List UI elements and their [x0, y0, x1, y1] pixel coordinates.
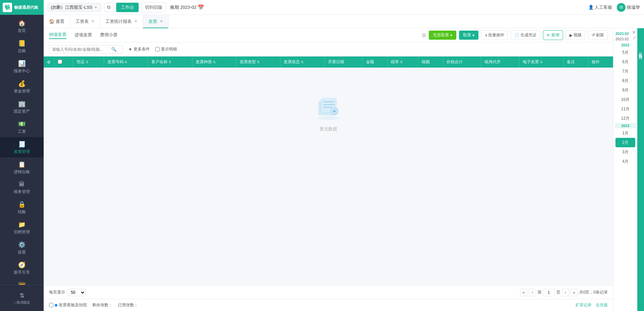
tab-invoice[interactable]: 发票 ✕	[143, 15, 169, 28]
sidebar-label-tax: 税务管理	[14, 189, 30, 195]
tab-invoice-label: 发票	[148, 18, 157, 25]
cal-month-2022-11月[interactable]: 11月	[613, 104, 637, 114]
last-page-button[interactable]: »	[570, 289, 578, 296]
cal-month-2023-1月[interactable]: 1月	[613, 128, 637, 138]
tab-wage-close-icon[interactable]: ✕	[91, 19, 94, 24]
subtab-sales-invoice[interactable]: 销项发票	[49, 32, 66, 39]
total-text: 共0页，0条记录	[579, 289, 608, 295]
show-detail-checkbox[interactable]: 显示明细	[155, 46, 177, 52]
sidebar-item-invoices[interactable]: 🧾发票管理	[0, 137, 44, 157]
grid-view-icon[interactable]: ⊞	[422, 32, 426, 38]
cal-month-2022-9月[interactable]: 9月	[613, 85, 637, 95]
cal-date-label-2: 2023.02	[615, 37, 629, 41]
sort-customer-icon: ⇅	[169, 60, 171, 64]
th-invoice-status[interactable]: 发票状态 ⇅	[280, 56, 324, 68]
sidebar-item-guide[interactable]: 🧭新手引导	[0, 258, 44, 278]
copy-button[interactable]: ⧉	[104, 3, 113, 12]
th-checkbox[interactable]	[54, 56, 73, 68]
th-voucher[interactable]: 凭证 ⇅	[73, 56, 104, 68]
sales-icon: 📋	[18, 161, 26, 168]
per-page-select[interactable]: 50 20 100	[67, 289, 86, 296]
sidebar-item-home[interactable]: 🏠首页	[0, 16, 44, 36]
tab-wage-stat-close-icon[interactable]: ✕	[134, 19, 137, 24]
tabbar: 🏠 首页 工资表 ✕ 工资统计报表 ✕ 发票 ✕	[44, 15, 644, 28]
batch-label: 批量操作	[488, 32, 504, 38]
guide-icon: 🧭	[18, 261, 26, 269]
sidebar-item-vip[interactable]: 👑畅会员	[0, 278, 44, 285]
cal-month-2023-3月[interactable]: 3月	[613, 147, 637, 157]
th-invoice-type[interactable]: 发票种类 ⇅	[192, 56, 236, 68]
calendar-close-icon[interactable]: ✕	[632, 30, 636, 35]
upgrade-link[interactable]: 扩容记录	[576, 302, 592, 308]
period-calendar-icon[interactable]: 📅	[198, 4, 204, 10]
th-settings[interactable]: ⚙	[44, 56, 54, 68]
sidebar-item-reports[interactable]: 📊报表中心	[0, 56, 44, 77]
sidebar-item-archive[interactable]: 📁归档管理	[0, 218, 44, 238]
th-e-invoice[interactable]: 电子发票 ⇅	[519, 56, 563, 68]
cal-month-2023-2月[interactable]: 2月	[615, 138, 635, 147]
invoice-table: ⚙ 凭证 ⇅ 发票号码 ⇅ 客户名称 ⇅ 发票种类 ⇅ 发票类型 ⇅ 发票状态 …	[44, 56, 613, 159]
sidebar-item-funds[interactable]: 💰资金管理	[0, 77, 44, 97]
prev-page-button[interactable]: ‹	[529, 289, 536, 296]
support-button[interactable]: 👤 人工客服	[588, 4, 612, 10]
tab-wage-table[interactable]: 工资表 ✕	[70, 15, 100, 28]
sidebar-item-pin[interactable]: ⇅ ↑↓取消固定	[0, 288, 44, 308]
period-label: 账期	[170, 4, 179, 10]
page-input[interactable]	[543, 289, 555, 296]
user-menu[interactable]: 徐 徐溢华	[617, 3, 640, 12]
tab-wage-stat[interactable]: 工资统计报表 ✕	[100, 15, 143, 28]
company-selector[interactable]: (勿删）江西股宝-LSS ▾	[48, 3, 101, 12]
sidebar-item-tax[interactable]: 🏛税务管理	[0, 178, 44, 197]
subtab-expense-receipt[interactable]: 费用小票	[100, 32, 118, 39]
logo-icon: 畅	[3, 3, 12, 12]
calendar-expand-icon[interactable]: ⤢	[633, 36, 636, 40]
video-icon: ▶	[569, 33, 572, 38]
sidebar-label-home: 首页	[18, 28, 26, 34]
th-invoice-no[interactable]: 发票号码 ⇅	[104, 56, 148, 68]
refresh-button[interactable]: ↺ 刷新	[588, 30, 608, 40]
oldver-button[interactable]: 切到旧版	[141, 2, 166, 12]
cal-month-2022-5月[interactable]: 5月	[613, 48, 637, 57]
filter-button[interactable]: ▼ 更多条件	[126, 45, 152, 53]
check-invoice-checkbox[interactable]	[49, 303, 53, 307]
cal-month-2022-6月[interactable]: 6月	[613, 57, 637, 67]
tab-home[interactable]: 🏠 首页	[44, 15, 70, 28]
refresh-label: 刷新	[596, 33, 604, 37]
cal-month-2023-4月[interactable]: 4月	[613, 157, 637, 166]
select-all-checkbox[interactable]	[58, 60, 62, 64]
cal-month-2022-7月[interactable]: 7月	[613, 67, 637, 76]
sidebar-item-ledger[interactable]: 📒总账	[0, 36, 44, 56]
voucher-button[interactable]: 📄 生成凭证	[511, 30, 540, 40]
cal-month-2022-10月[interactable]: 10月	[613, 95, 637, 104]
new-button[interactable]: ⊕ 新增	[543, 30, 563, 40]
search-toolbar: 🔍 ▼ 更多条件 显示明细	[44, 42, 613, 56]
th-tax-total: 价税合计	[443, 56, 481, 68]
workspace-button[interactable]: 工作台	[116, 3, 139, 12]
notax-button[interactable]: 无息取票 ▾	[429, 31, 456, 40]
th-invoice-category[interactable]: 发票类型 ⇅	[236, 56, 280, 68]
sidebar-item-settings[interactable]: ⚙️设置	[0, 238, 44, 258]
cal-month-2022-8月[interactable]: 8月	[613, 76, 637, 85]
recharge-link[interactable]: 去充值	[596, 302, 608, 308]
search-input[interactable]	[52, 47, 109, 52]
next-page-button[interactable]: ›	[562, 289, 569, 296]
sidebar-item-closing[interactable]: 🔒结账	[0, 197, 44, 218]
cal-month-2022-12月[interactable]: 12月	[613, 114, 637, 123]
home-icon: 🏠	[49, 19, 54, 24]
open-period-strip[interactable]: 开账日期	[637, 28, 644, 311]
search-icon[interactable]: 🔍	[111, 47, 117, 52]
th-tax-rate[interactable]: 税率 ⇅	[387, 56, 418, 68]
qukuan-button[interactable]: 取票 ▾	[459, 31, 478, 40]
show-detail-input[interactable]	[155, 47, 159, 51]
empty-icon	[312, 94, 345, 121]
video-button[interactable]: ▶ 视频	[566, 30, 585, 40]
sidebar-item-sales[interactable]: 📋进销台账	[0, 157, 44, 178]
sidebar-item-assets[interactable]: 🏢固定资产	[0, 97, 44, 117]
sort-cat-icon: ⇅	[257, 60, 260, 64]
tab-invoice-close-icon[interactable]: ✕	[160, 19, 163, 24]
first-page-button[interactable]: «	[520, 289, 527, 296]
subtab-purchase-invoice[interactable]: 进项发票	[75, 32, 92, 39]
th-customer[interactable]: 客户名称 ⇅	[148, 56, 192, 68]
batch-button[interactable]: ≡ 批量操作	[481, 30, 508, 40]
sidebar-item-payroll[interactable]: 💵工资	[0, 117, 44, 137]
